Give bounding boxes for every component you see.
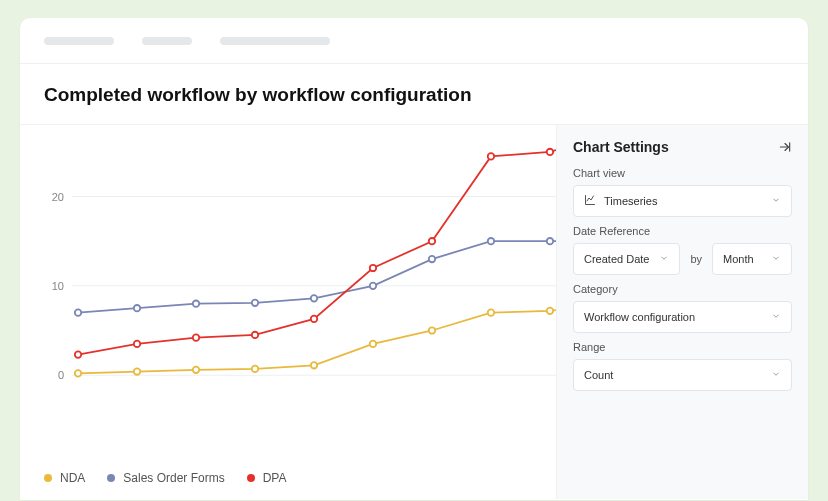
category-select[interactable]: Workflow configuration (573, 301, 792, 333)
legend: NDA Sales Order Forms DPA (44, 471, 287, 485)
y-tick-label: 20 (52, 191, 64, 203)
svg-point-22 (134, 341, 140, 347)
chevron-down-icon (771, 253, 781, 265)
svg-point-18 (429, 256, 435, 262)
svg-point-13 (134, 305, 140, 311)
legend-swatch (247, 474, 255, 482)
plot-area (72, 143, 556, 393)
chart-view-value: Timeseries (604, 195, 657, 207)
svg-point-15 (252, 300, 258, 306)
svg-point-5 (193, 367, 199, 373)
settings-header: Chart Settings (573, 139, 792, 155)
svg-point-10 (488, 309, 494, 315)
y-tick-label: 0 (58, 369, 64, 381)
svg-point-19 (488, 238, 494, 244)
svg-point-20 (547, 238, 553, 244)
legend-swatch (44, 474, 52, 482)
svg-point-24 (252, 332, 258, 338)
svg-point-7 (311, 362, 317, 368)
svg-point-9 (429, 327, 435, 333)
settings-title: Chart Settings (573, 139, 669, 155)
field-label-range: Range (573, 341, 792, 353)
chart-view-select[interactable]: Timeseries (573, 185, 792, 217)
chevron-down-icon (771, 195, 781, 207)
by-label: by (690, 253, 702, 265)
field-label-date-reference: Date Reference (573, 225, 792, 237)
svg-point-4 (134, 368, 140, 374)
range-value: Count (584, 369, 613, 381)
date-bucket-select[interactable]: Month (712, 243, 792, 275)
svg-point-12 (75, 309, 81, 315)
chevron-down-icon (659, 253, 669, 265)
svg-point-23 (193, 334, 199, 340)
svg-point-14 (193, 301, 199, 307)
svg-point-25 (311, 316, 317, 322)
collapse-panel-icon[interactable] (778, 140, 792, 154)
svg-point-21 (75, 351, 81, 357)
page-title: Completed workflow by workflow configura… (44, 84, 784, 106)
legend-item-nda: NDA (44, 471, 85, 485)
date-reference-value: Created Date (584, 253, 649, 265)
timeseries-icon (584, 194, 596, 208)
y-tick-label: 10 (52, 280, 64, 292)
y-axis: 0 10 20 (40, 143, 70, 393)
svg-point-16 (311, 295, 317, 301)
svg-point-26 (370, 265, 376, 271)
svg-point-29 (547, 149, 553, 155)
legend-item-sof: Sales Order Forms (107, 471, 224, 485)
chart-series (75, 149, 556, 377)
legend-label: NDA (60, 471, 85, 485)
svg-point-28 (488, 153, 494, 159)
topbar (20, 18, 808, 64)
gridlines (72, 197, 556, 376)
content-body: 0 10 20 NDA Sales Order Forms (20, 125, 808, 499)
chart-svg (72, 143, 556, 393)
legend-swatch (107, 474, 115, 482)
field-label-chart-view: Chart view (573, 167, 792, 179)
nav-placeholder (142, 37, 192, 45)
date-reference-select[interactable]: Created Date (573, 243, 680, 275)
app-card: Completed workflow by workflow configura… (20, 18, 808, 500)
chevron-down-icon (771, 369, 781, 381)
svg-point-6 (252, 366, 258, 372)
legend-label: Sales Order Forms (123, 471, 224, 485)
svg-point-17 (370, 283, 376, 289)
svg-point-3 (75, 370, 81, 376)
legend-label: DPA (263, 471, 287, 485)
svg-point-11 (547, 308, 553, 314)
chart-zone: 0 10 20 NDA Sales Order Forms (20, 125, 556, 499)
titlebar: Completed workflow by workflow configura… (20, 64, 808, 125)
nav-placeholder (44, 37, 114, 45)
legend-item-dpa: DPA (247, 471, 287, 485)
svg-point-8 (370, 341, 376, 347)
chevron-down-icon (771, 311, 781, 323)
range-select[interactable]: Count (573, 359, 792, 391)
field-label-category: Category (573, 283, 792, 295)
chart-settings-panel: Chart Settings Chart view Timeseries Dat… (556, 125, 808, 499)
svg-point-27 (429, 238, 435, 244)
date-bucket-value: Month (723, 253, 754, 265)
category-value: Workflow configuration (584, 311, 695, 323)
nav-placeholder (220, 37, 330, 45)
